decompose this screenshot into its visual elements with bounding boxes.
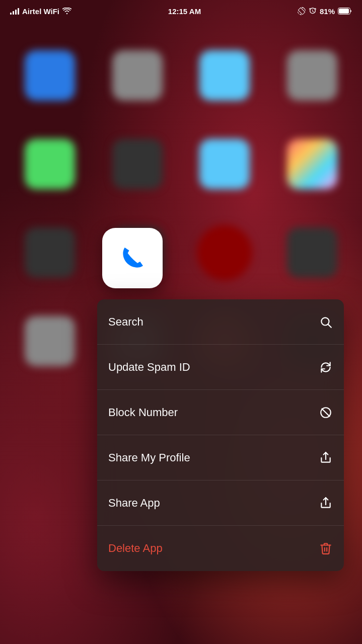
block-number-label: Block Number <box>108 406 178 419</box>
signal-bars <box>10 8 19 15</box>
battery-label: 81% <box>320 7 335 16</box>
carrier-label: Airtel WiFi <box>22 7 59 16</box>
phone-app-icon[interactable] <box>102 228 163 288</box>
wifi-icon <box>62 8 71 15</box>
battery-icon <box>338 8 352 15</box>
menu-item-delete-app[interactable]: Delete App <box>97 526 344 571</box>
phone-icon <box>115 240 150 276</box>
signal-bar-3 <box>15 10 17 15</box>
share-app-icon <box>319 496 333 510</box>
context-menu: Search Update Spam ID Block Number <box>97 299 344 571</box>
alarm-icon <box>309 7 317 15</box>
signal-bar-4 <box>18 8 19 15</box>
signal-bar-2 <box>13 11 14 15</box>
screen-rotation-icon <box>298 7 306 15</box>
share-app-label: Share App <box>108 497 160 510</box>
svg-line-3 <box>328 324 331 327</box>
status-bar: Airtel WiFi 12:15 AM 81% <box>0 0 362 22</box>
status-right: 81% <box>298 7 352 16</box>
status-left: Airtel WiFi <box>10 7 71 16</box>
signal-bar-1 <box>10 13 12 15</box>
menu-item-block-number[interactable]: Block Number <box>97 390 344 435</box>
delete-app-label: Delete App <box>108 542 163 555</box>
menu-item-share-profile[interactable]: Share My Profile <box>97 435 344 480</box>
status-time: 12:15 AM <box>168 7 201 16</box>
menu-item-share-app[interactable]: Share App <box>97 480 344 526</box>
trash-icon <box>319 541 333 555</box>
update-spam-label: Update Spam ID <box>108 361 190 374</box>
svg-rect-1 <box>339 9 349 14</box>
refresh-icon <box>319 360 333 374</box>
share-profile-label: Share My Profile <box>108 451 190 464</box>
block-icon <box>319 406 333 420</box>
menu-item-update-spam[interactable]: Update Spam ID <box>97 345 344 390</box>
search-icon <box>319 315 333 329</box>
search-label: Search <box>108 315 143 329</box>
menu-item-search[interactable]: Search <box>97 299 344 345</box>
share-profile-icon <box>319 451 333 465</box>
svg-line-5 <box>322 409 329 416</box>
